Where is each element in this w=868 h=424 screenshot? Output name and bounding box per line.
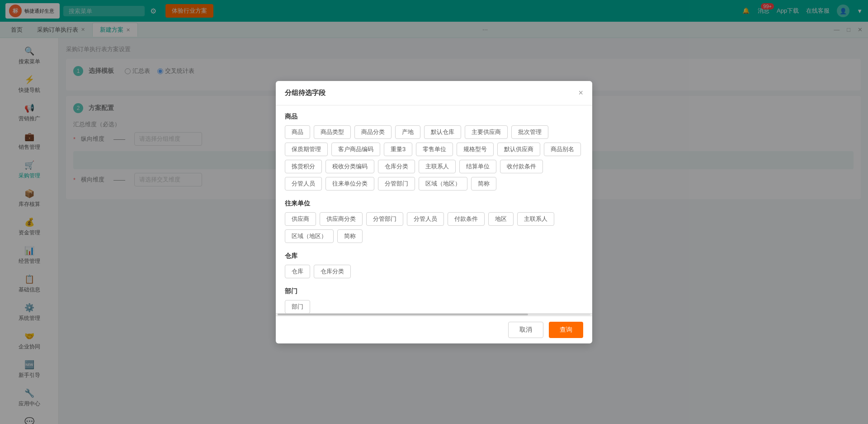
modal-header: 分组待选字段 × [276,81,592,105]
field-tag-partner-dept[interactable]: 分管部门 [366,212,403,226]
field-tag-region[interactable]: 区域（地区） [419,177,467,191]
field-tag-customer-code[interactable]: 客户商品编码 [331,143,380,156]
section-warehouse: 仓库 仓库 仓库分类 [285,252,583,278]
field-tag-product-category[interactable]: 商品分类 [354,125,392,139]
field-tag-main-supplier[interactable]: 主要供应商 [465,125,508,139]
field-tag-short-name[interactable]: 简称 [471,177,496,191]
field-tag-weight[interactable]: 重量3 [384,143,412,156]
field-tag-product-type[interactable]: 商品类型 [314,125,351,139]
field-tag-managing-dept[interactable]: 分管部门 [378,177,415,191]
section-department: 部门 部门 [285,287,583,313]
modal-title: 分组待选字段 [285,89,326,97]
field-tag-partner-supervisor[interactable]: 分管人员 [407,212,444,226]
field-tag-partner-short[interactable]: 简称 [337,229,363,243]
modal-close-button[interactable]: × [578,88,583,98]
field-tag-settlement-unit[interactable]: 结算单位 [459,160,496,173]
field-tag-supplier[interactable]: 供应商 [285,212,316,226]
field-tag-pick-points[interactable]: 拣货积分 [285,160,322,173]
section-partner: 往来单位 供应商 供应商分类 分管部门 分管人员 付款条件 地区 主联系人 区域… [285,200,583,243]
field-tag-partner-category[interactable]: 往来单位分类 [326,177,374,191]
modal-overlay: 分组待选字段 × 商品 商品 商品类型 商品分类 产地 默认仓库 主要供应商 批… [0,0,868,424]
confirm-button[interactable]: 查询 [549,322,583,338]
section-warehouse-title: 仓库 [285,252,583,260]
field-tag-partner-payment[interactable]: 付款条件 [448,212,485,226]
partner-field-tags: 供应商 供应商分类 分管部门 分管人员 付款条件 地区 主联系人 区域（地区） … [285,212,583,243]
warehouse-field-tags: 仓库 仓库分类 [285,265,583,278]
field-tag-supervisor[interactable]: 分管人员 [285,177,322,191]
section-department-title: 部门 [285,287,583,295]
section-partner-title: 往来单位 [285,200,583,208]
field-tag-partner-area[interactable]: 区域（地区） [285,229,334,243]
field-tag-spec-model[interactable]: 规格型号 [457,143,494,156]
field-tag-dept[interactable]: 部门 [285,300,310,313]
section-product: 商品 商品 商品类型 商品分类 产地 默认仓库 主要供应商 批次管理 保质期管理… [285,113,583,191]
field-tag-wh-category[interactable]: 仓库分类 [314,265,351,278]
field-select-modal: 分组待选字段 × 商品 商品 商品类型 商品分类 产地 默认仓库 主要供应商 批… [276,81,592,343]
cancel-button[interactable]: 取消 [508,322,543,338]
field-tag-default-supplier[interactable]: 默认供应商 [497,143,540,156]
field-tag-tax-code[interactable]: 税收分类编码 [326,160,374,173]
field-tag-warehouse-category[interactable]: 仓库分类 [378,160,415,173]
field-tag-origin[interactable]: 产地 [395,125,420,139]
dept-field-tags: 部门 [285,300,583,313]
field-tag-main-contact[interactable]: 主联系人 [419,160,456,173]
modal-horizontal-scrollbar[interactable] [276,313,592,316]
field-tag-partner-contact[interactable]: 主联系人 [517,212,554,226]
field-tag-default-warehouse[interactable]: 默认仓库 [424,125,461,139]
field-tag-product[interactable]: 商品 [285,125,310,139]
field-tag-retail-unit[interactable]: 零售单位 [416,143,453,156]
modal-footer: 取消 查询 [276,316,592,343]
scroll-thumb [278,314,528,315]
section-product-title: 商品 [285,113,583,121]
field-tag-product-alias[interactable]: 商品别名 [544,143,581,156]
field-tag-payment-terms[interactable]: 收付款条件 [500,160,543,173]
field-tag-wh[interactable]: 仓库 [285,265,310,278]
field-tag-batch-mgmt[interactable]: 批次管理 [511,125,548,139]
field-tag-shelf-life[interactable]: 保质期管理 [285,143,328,156]
product-field-tags: 商品 商品类型 商品分类 产地 默认仓库 主要供应商 批次管理 保质期管理 客户… [285,125,583,191]
field-tag-partner-region[interactable]: 地区 [488,212,514,226]
modal-body: 商品 商品 商品类型 商品分类 产地 默认仓库 主要供应商 批次管理 保质期管理… [276,105,592,313]
field-tag-supplier-category[interactable]: 供应商分类 [320,212,363,226]
scroll-track [278,314,590,315]
